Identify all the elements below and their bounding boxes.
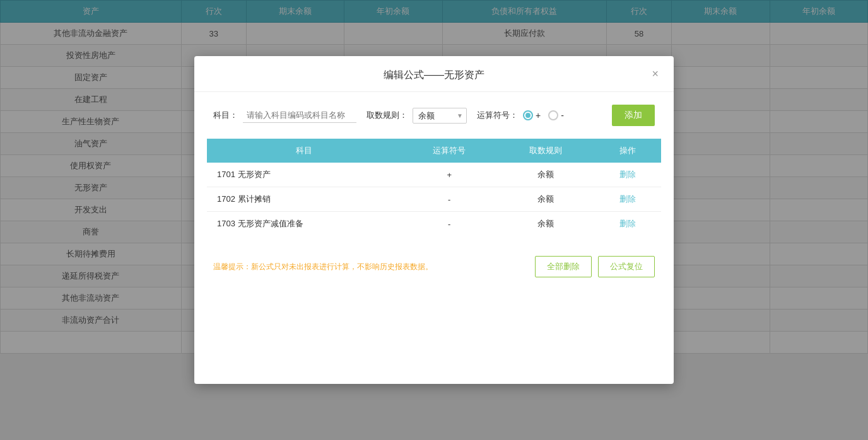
add-button[interactable]: 添加 — [612, 105, 655, 126]
formula-table-wrapper: 科目 运算符号 取数规则 操作 1701 无形资产 + 余额 删除 — [207, 139, 661, 236]
formula-row: 1701 无形资产 + 余额 删除 — [207, 163, 661, 187]
delete-button-1[interactable]: 删除 — [619, 170, 636, 179]
modal-overlay: 编辑公式——无形资产 × 科目： 取数规则： 余额 借方 贷方 — [0, 0, 868, 440]
footer-buttons: 全部删除 公式复位 — [535, 256, 655, 277]
formula-operator-3: - — [401, 212, 498, 236]
footer-tip: 温馨提示：新公式只对未出报表进行计算，不影响历史报表数据。 — [213, 262, 433, 272]
radio-minus-label: - — [561, 110, 564, 120]
radio-plus-circle — [523, 110, 533, 120]
modal-header: 编辑公式——无形资产 × — [194, 56, 674, 92]
radio-minus[interactable]: - — [548, 110, 564, 120]
modal-close-button[interactable]: × — [647, 66, 664, 82]
formula-table: 科目 运算符号 取数规则 操作 1701 无形资产 + 余额 删除 — [207, 139, 661, 236]
formula-operator-1: + — [401, 163, 498, 187]
reset-button[interactable]: 公式复位 — [598, 256, 655, 277]
rule-group: 取数规则： 余额 借方 贷方 借方余额 贷方余额 ▼ — [367, 108, 467, 124]
formula-operator-2: - — [401, 187, 498, 212]
formula-row: 1702 累计摊销 - 余额 删除 — [207, 187, 661, 212]
formula-rule-1: 余额 — [498, 163, 594, 187]
th-subject: 科目 — [207, 139, 401, 163]
th-rule: 取数规则 — [498, 139, 594, 163]
radio-minus-circle — [548, 110, 558, 120]
delete-button-3[interactable]: 删除 — [619, 219, 636, 228]
rule-select[interactable]: 余额 借方 贷方 借方余额 贷方余额 — [413, 108, 467, 124]
background-wrapper: 资产 行次 期末余额 年初余额 负债和所有者权益 行次 期末余额 年初余额 其他… — [0, 0, 868, 440]
operator-label: 运算符号： — [477, 110, 518, 121]
formula-rule-2: 余额 — [498, 187, 594, 212]
formula-action-1: 删除 — [594, 163, 661, 187]
subject-input[interactable] — [243, 108, 356, 123]
formula-form: 科目： 取数规则： 余额 借方 贷方 借方余额 贷方余额 ▼ — [194, 92, 674, 139]
formula-subject-3: 1703 无形资产减值准备 — [207, 212, 401, 236]
delete-button-2[interactable]: 删除 — [619, 194, 636, 204]
radio-plus[interactable]: + — [523, 110, 541, 120]
formula-action-2: 删除 — [594, 187, 661, 212]
rule-select-wrapper: 余额 借方 贷方 借方余额 贷方余额 ▼ — [413, 108, 467, 124]
formula-subject-2: 1702 累计摊销 — [207, 187, 401, 212]
modal-dialog: 编辑公式——无形资产 × 科目： 取数规则： 余额 借方 贷方 — [194, 56, 674, 384]
radio-plus-label: + — [536, 110, 541, 120]
rule-label: 取数规则： — [367, 110, 408, 121]
subject-group: 科目： — [213, 108, 356, 123]
delete-all-button[interactable]: 全部删除 — [535, 256, 592, 277]
modal-title: 编辑公式——无形资产 — [384, 69, 484, 80]
th-operator: 运算符号 — [401, 139, 498, 163]
operator-radio-group: + - — [523, 110, 564, 120]
formula-row: 1703 无形资产减值准备 - 余额 删除 — [207, 212, 661, 236]
formula-action-3: 删除 — [594, 212, 661, 236]
operator-group: 运算符号： + - — [477, 110, 564, 121]
th-action: 操作 — [594, 139, 661, 163]
subject-label: 科目： — [213, 110, 238, 121]
formula-rule-3: 余额 — [498, 212, 594, 236]
formula-subject-1: 1701 无形资产 — [207, 163, 401, 187]
modal-footer: 温馨提示：新公式只对未出报表进行计算，不影响历史报表数据。 全部删除 公式复位 — [194, 246, 674, 277]
